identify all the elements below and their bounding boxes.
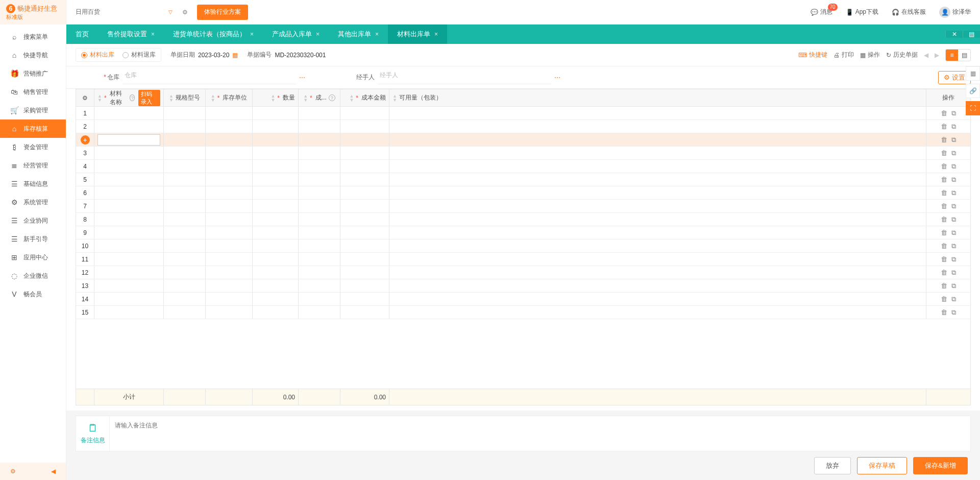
cell-spec[interactable] bbox=[164, 107, 206, 119]
table-row[interactable]: 12🗑⧉ bbox=[76, 266, 970, 279]
cell-amt[interactable] bbox=[340, 120, 389, 133]
cell-spec[interactable] bbox=[164, 266, 206, 279]
cell-qty[interactable] bbox=[253, 133, 299, 146]
table-row[interactable]: 6🗑⧉ bbox=[76, 186, 970, 200]
col-cost[interactable]: ▲▼*成...? bbox=[299, 89, 340, 106]
sidebar-item-0[interactable]: ⌕搜索菜单 bbox=[0, 28, 66, 46]
cell-qty[interactable] bbox=[253, 253, 299, 266]
table-row[interactable]: 13🗑⧉ bbox=[76, 279, 970, 293]
cell-cost[interactable] bbox=[299, 173, 340, 186]
cell-avail[interactable] bbox=[389, 239, 926, 252]
user-menu[interactable]: 👤 徐泽华 bbox=[939, 7, 971, 18]
cell-cost[interactable] bbox=[299, 160, 340, 173]
cell-avail[interactable] bbox=[389, 226, 926, 239]
cell-name[interactable] bbox=[94, 147, 164, 159]
col-amt[interactable]: ▲▼*成本金额 bbox=[340, 89, 389, 106]
close-icon[interactable]: × bbox=[434, 31, 438, 38]
cell-spec[interactable] bbox=[164, 213, 206, 226]
delete-row-icon[interactable]: 🗑 bbox=[941, 149, 947, 157]
sidebar-item-1[interactable]: ⌂快捷导航 bbox=[0, 46, 66, 64]
cell-cost[interactable] bbox=[299, 147, 340, 159]
cell-spec[interactable] bbox=[164, 293, 206, 305]
sidebar-item-14[interactable]: V畅会员 bbox=[0, 285, 66, 303]
cell-cost[interactable] bbox=[299, 186, 340, 199]
table-row[interactable]: 9🗑⧉ bbox=[76, 226, 970, 239]
cell-unit[interactable] bbox=[206, 107, 253, 119]
sidebar-item-11[interactable]: ☰新手引导 bbox=[0, 230, 66, 248]
print-button[interactable]: 🖨打印 bbox=[834, 51, 854, 59]
table-row[interactable]: 14🗑⧉ bbox=[76, 293, 970, 306]
cell-avail[interactable] bbox=[389, 266, 926, 279]
cta-button[interactable]: 体验行业方案 bbox=[197, 5, 248, 20]
cell-unit[interactable] bbox=[206, 279, 253, 292]
cell-cost[interactable] bbox=[299, 107, 340, 119]
cell-spec[interactable] bbox=[164, 120, 206, 133]
delete-row-icon[interactable]: 🗑 bbox=[941, 255, 947, 263]
sidebar-item-3[interactable]: 🛍销售管理 bbox=[0, 83, 66, 101]
messages-link[interactable]: 💬 消息 70 bbox=[811, 8, 832, 16]
cell-amt[interactable] bbox=[340, 239, 389, 252]
col-spec[interactable]: ▲▼规格型号 bbox=[164, 89, 206, 106]
handler-input[interactable]: 经手人 bbox=[378, 71, 551, 84]
cell-amt[interactable] bbox=[340, 279, 389, 292]
cell-qty[interactable] bbox=[253, 213, 299, 226]
cell-qty[interactable] bbox=[253, 279, 299, 292]
delete-row-icon[interactable]: 🗑 bbox=[941, 176, 947, 183]
cell-name[interactable] bbox=[94, 213, 164, 226]
business-type-select[interactable]: 日用百货 ▽ bbox=[76, 5, 173, 19]
table-row[interactable]: +🗑⧉ bbox=[76, 133, 970, 147]
cell-name[interactable] bbox=[94, 226, 164, 239]
cell-name[interactable] bbox=[94, 266, 164, 279]
delete-row-icon[interactable]: 🗑 bbox=[941, 215, 947, 223]
cell-avail[interactable] bbox=[389, 213, 926, 226]
delete-row-icon[interactable]: 🗑 bbox=[941, 109, 947, 117]
cell-name[interactable] bbox=[94, 253, 164, 266]
cell-amt[interactable] bbox=[340, 253, 389, 266]
delete-row-icon[interactable]: 🗑 bbox=[941, 269, 947, 276]
app-download-link[interactable]: 📱 App下载 bbox=[846, 8, 878, 16]
cell-cost[interactable] bbox=[299, 200, 340, 212]
cell-avail[interactable] bbox=[389, 173, 926, 186]
cell-qty[interactable] bbox=[253, 306, 299, 319]
cell-name[interactable] bbox=[94, 107, 164, 119]
cell-spec[interactable] bbox=[164, 239, 206, 252]
cell-unit[interactable] bbox=[206, 239, 253, 252]
delete-row-icon[interactable]: 🗑 bbox=[941, 229, 947, 236]
table-row[interactable]: 7🗑⧉ bbox=[76, 200, 970, 213]
cell-cost[interactable] bbox=[299, 120, 340, 133]
copy-row-icon[interactable]: ⧉ bbox=[951, 229, 956, 237]
delete-row-icon[interactable]: 🗑 bbox=[941, 162, 947, 170]
table-row[interactable]: 5🗑⧉ bbox=[76, 173, 970, 186]
sidebar-item-9[interactable]: ⚙系统管理 bbox=[0, 193, 66, 211]
view-card-icon[interactable]: ▤ bbox=[958, 50, 970, 61]
sidebar-item-12[interactable]: ⊞应用中心 bbox=[0, 248, 66, 267]
cell-unit[interactable] bbox=[206, 226, 253, 239]
cell-cost[interactable] bbox=[299, 226, 340, 239]
sidebar-item-6[interactable]: ₿资金管理 bbox=[0, 138, 66, 156]
copy-row-icon[interactable]: ⧉ bbox=[951, 295, 956, 303]
cell-unit[interactable] bbox=[206, 160, 253, 173]
cell-cost[interactable] bbox=[299, 279, 340, 292]
table-row[interactable]: 11🗑⧉ bbox=[76, 253, 970, 266]
table-row[interactable]: 8🗑⧉ bbox=[76, 213, 970, 226]
cell-amt[interactable] bbox=[340, 293, 389, 305]
discard-button[interactable]: 放弃 bbox=[814, 457, 851, 474]
cell-spec[interactable] bbox=[164, 186, 206, 199]
cell-name[interactable] bbox=[94, 239, 164, 252]
remark-input[interactable] bbox=[110, 416, 970, 451]
close-icon[interactable]: × bbox=[151, 31, 155, 38]
cell-spec[interactable] bbox=[164, 279, 206, 292]
topbar-gear-icon[interactable]: ⚙ bbox=[179, 6, 191, 18]
handler-more-icon[interactable]: ⋯ bbox=[554, 74, 560, 81]
cell-cost[interactable] bbox=[299, 253, 340, 266]
tab-menu-icon[interactable]: ▤ bbox=[963, 31, 980, 38]
cell-unit[interactable] bbox=[206, 213, 253, 226]
cell-avail[interactable] bbox=[389, 306, 926, 319]
doc-date-field[interactable]: 单据日期 2023-03-20 ▦ bbox=[170, 51, 238, 59]
cell-spec[interactable] bbox=[164, 306, 206, 319]
help-icon[interactable]: ? bbox=[130, 94, 135, 101]
rail-expand-icon[interactable]: ⛶ bbox=[966, 101, 980, 115]
table-row[interactable]: 3🗑⧉ bbox=[76, 147, 970, 160]
table-row[interactable]: 10🗑⧉ bbox=[76, 239, 970, 253]
cell-avail[interactable] bbox=[389, 293, 926, 305]
